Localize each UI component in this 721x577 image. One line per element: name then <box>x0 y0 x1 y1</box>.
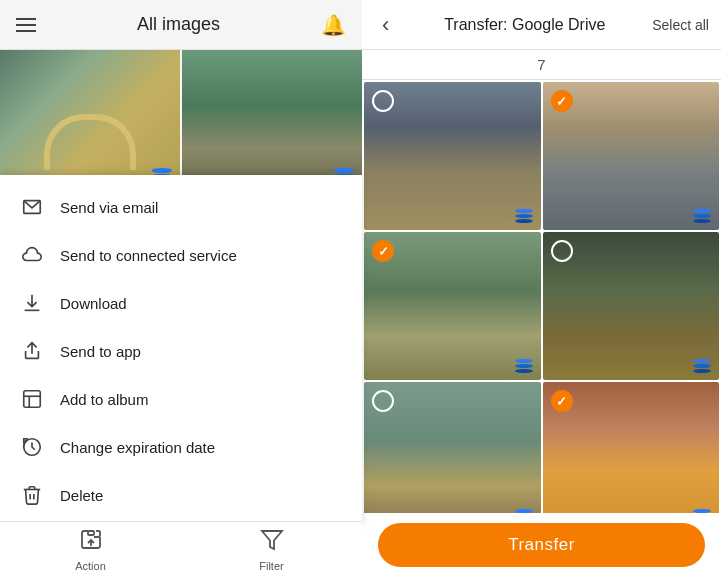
tab-bar: Action Filter <box>0 521 362 577</box>
photo-count: 7 <box>362 50 721 80</box>
menu-item-download[interactable]: Download <box>0 279 362 327</box>
photo-cell-5[interactable] <box>364 382 541 513</box>
menu-item-change-expiry[interactable]: Change expiration date <box>0 423 362 471</box>
select-all-button[interactable]: Select all <box>652 17 709 33</box>
transfer-bar: Transfer <box>362 513 721 577</box>
menu-label-delete: Delete <box>60 487 103 504</box>
photo-db-icon-3 <box>515 359 533 374</box>
transfer-button[interactable]: Transfer <box>378 523 705 567</box>
right-panel: ‹ Transfer: Google Drive Select all 7 <box>362 0 721 577</box>
image-cell-arch[interactable] <box>0 50 180 190</box>
right-header: ‹ Transfer: Google Drive Select all <box>362 0 721 50</box>
selection-circle-4[interactable] <box>551 240 573 262</box>
selection-circle-5[interactable] <box>372 390 394 412</box>
share-icon <box>20 339 44 363</box>
back-button[interactable]: ‹ <box>374 8 397 42</box>
svg-rect-6 <box>88 531 94 535</box>
tab-action[interactable]: Action <box>0 522 181 577</box>
selection-circle-6[interactable] <box>551 390 573 412</box>
selection-circle-2[interactable] <box>551 90 573 112</box>
photo-db-icon-4 <box>693 359 711 374</box>
menu-label-send-email: Send via email <box>60 199 158 216</box>
action-icon <box>79 528 103 558</box>
tab-filter-label: Filter <box>259 560 283 572</box>
left-panel: All images 🔔 Send via email <box>0 0 362 577</box>
menu-label-send-app: Send to app <box>60 343 141 360</box>
menu-label-send-connected: Send to connected service <box>60 247 237 264</box>
tab-filter[interactable]: Filter <box>181 522 362 577</box>
photo-cell-3[interactable] <box>364 232 541 380</box>
image-cell-street[interactable] <box>182 50 362 190</box>
photo-grid <box>362 80 721 513</box>
selection-circle-1[interactable] <box>372 90 394 112</box>
menu-label-add-album: Add to album <box>60 391 148 408</box>
svg-marker-7 <box>262 531 282 549</box>
right-panel-title: Transfer: Google Drive <box>444 16 605 34</box>
bell-icon[interactable]: 🔔 <box>321 13 346 37</box>
left-header: All images 🔔 <box>0 0 362 50</box>
photo-cell-6[interactable] <box>543 382 720 513</box>
selection-circle-3[interactable] <box>372 240 394 262</box>
menu-item-send-email[interactable]: Send via email <box>0 183 362 231</box>
photo-db-icon-5 <box>515 509 533 513</box>
photo-db-icon-2 <box>693 209 711 224</box>
svg-rect-2 <box>24 391 41 408</box>
photo-cell-2[interactable] <box>543 82 720 230</box>
photo-cell-1[interactable] <box>364 82 541 230</box>
menu-label-change-expiry: Change expiration date <box>60 439 215 456</box>
menu-item-add-album[interactable]: Add to album <box>0 375 362 423</box>
album-icon <box>20 387 44 411</box>
menu-item-delete[interactable]: Delete <box>0 471 362 519</box>
menu-item-send-app[interactable]: Send to app <box>0 327 362 375</box>
hamburger-icon[interactable] <box>16 18 36 32</box>
context-menu: Send via email Send to connected service… <box>0 175 362 527</box>
photo-db-icon-1 <box>515 209 533 224</box>
trash-icon <box>20 483 44 507</box>
photo-cell-4[interactable] <box>543 232 720 380</box>
photo-db-icon-6 <box>693 509 711 513</box>
menu-label-download: Download <box>60 295 127 312</box>
filter-icon <box>260 528 284 558</box>
cloud-icon <box>20 243 44 267</box>
download-icon <box>20 291 44 315</box>
clock-icon <box>20 435 44 459</box>
email-icon <box>20 195 44 219</box>
tab-action-label: Action <box>75 560 106 572</box>
menu-item-send-connected[interactable]: Send to connected service <box>0 231 362 279</box>
page-title: All images <box>137 14 220 35</box>
